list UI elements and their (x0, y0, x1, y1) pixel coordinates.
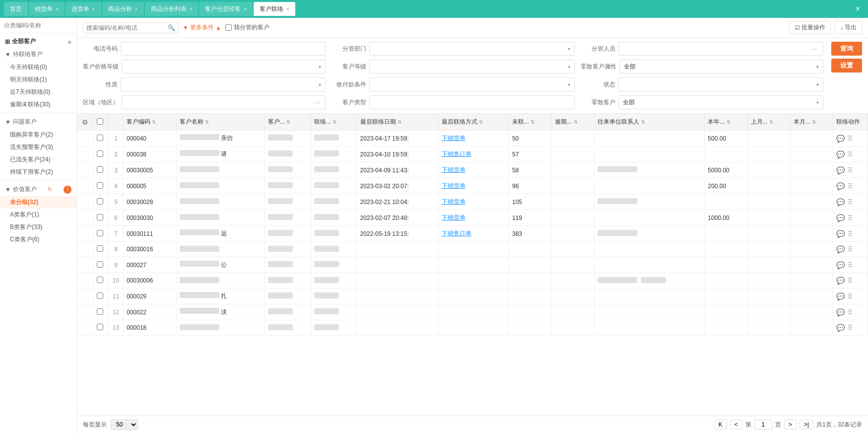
sidebar-group-value[interactable]: ▼ 价值客户 ↻ ! (0, 183, 76, 196)
first-page-btn[interactable]: K (714, 420, 727, 430)
close-customer-contact-tab[interactable]: × (286, 6, 289, 12)
row-checkbox[interactable] (97, 166, 103, 173)
filter-input-phone[interactable] (121, 42, 326, 56)
row-checkbox[interactable] (97, 182, 103, 189)
filter-input-retail-customer[interactable]: 全部 ▾ (618, 95, 823, 109)
row-checkbox[interactable] (97, 245, 103, 252)
contact-action-icon[interactable]: 💬 (836, 198, 845, 206)
filter-input-retail-attr[interactable]: 全部 ▾ (619, 60, 823, 73)
close-goods-analysis-list-tab[interactable]: × (190, 6, 193, 12)
close-goods-analysis-tab[interactable]: × (135, 6, 138, 12)
row-checkbox[interactable] (97, 261, 103, 268)
more-action-icon[interactable]: ⠿ (848, 261, 853, 269)
reset-button[interactable]: 设置 (831, 59, 862, 72)
more-action-icon[interactable]: ⠿ (848, 198, 853, 206)
export-btn[interactable]: ↓ 导出 (835, 21, 862, 34)
close-purchase-tab[interactable]: × (92, 6, 95, 12)
more-action-icon[interactable]: ⠿ (848, 230, 853, 238)
contact-action-icon[interactable]: 💬 (836, 135, 845, 143)
sidebar-item-churn-warning[interactable]: 流失预警客户(3) (0, 141, 76, 153)
more-action-icon[interactable]: ⠿ (848, 277, 853, 285)
contact-action-icon[interactable]: 💬 (836, 182, 845, 190)
more-action-icon[interactable]: ⠿ (848, 182, 853, 190)
filter-input-dept[interactable]: ▾ (369, 42, 574, 56)
last-page-btn[interactable]: >| (800, 420, 813, 430)
col-overdue-header[interactable]: 逾期... ⇅ (552, 114, 595, 131)
query-button[interactable]: 查询 (831, 42, 862, 56)
filter-input-payment[interactable]: ▾ (369, 77, 574, 91)
col-last-method-header[interactable]: 最后联络方式 ⇅ (438, 114, 509, 131)
more-action-icon[interactable]: ⠿ (848, 308, 853, 316)
more-action-icon[interactable]: ⠿ (848, 150, 853, 158)
row-checkbox[interactable] (97, 214, 103, 220)
window-close-button[interactable]: × (852, 2, 864, 15)
contact-action-icon[interactable]: 💬 (836, 308, 845, 316)
select-all-checkbox[interactable] (97, 118, 103, 125)
sidebar-item-declining[interactable]: 持续下滑客户(2) (0, 166, 76, 178)
filter-input-manager[interactable]: ··· (618, 42, 823, 56)
more-action-icon[interactable]: ⠿ (848, 245, 853, 253)
sidebar-search-input[interactable] (4, 22, 77, 29)
tab-customer-contact[interactable]: 客户联络 × (254, 2, 295, 16)
row-checkbox[interactable] (97, 135, 103, 141)
last-method-link[interactable]: 下销售订单 (442, 230, 471, 237)
sidebar-item-class-c[interactable]: C类客户(6) (0, 233, 76, 246)
more-action-icon[interactable]: ⠿ (848, 292, 853, 300)
all-customers-header[interactable]: ⊞ 全部客户 « (0, 33, 76, 48)
filter-input-nature[interactable]: ▾ (121, 77, 326, 91)
contact-action-icon[interactable]: 💬 (836, 324, 845, 332)
tab-home[interactable]: 首页 (4, 2, 28, 16)
tab-customer-segment[interactable]: 客户分层经客 × (199, 2, 253, 16)
filter-search-input[interactable] (86, 24, 166, 31)
sidebar-group-problem[interactable]: ▼ 问题客户 (0, 115, 76, 129)
page-size-select[interactable]: 50 100 200 (111, 419, 138, 430)
filter-input-price-level[interactable]: ▾ (122, 60, 326, 73)
last-method-link[interactable]: 下销货单 (442, 166, 466, 173)
row-checkbox[interactable] (97, 308, 103, 315)
row-checkbox[interactable] (97, 150, 103, 157)
filter-input-customer-level[interactable]: ▾ (369, 60, 574, 73)
sidebar-item-overdue-pending[interactable]: 逾期未联络(30) (0, 98, 76, 111)
filter-search-box[interactable]: 🔍 (83, 22, 179, 33)
col-type-header[interactable]: 客户... ⇅ (265, 114, 311, 131)
my-customers-check[interactable] (225, 24, 232, 31)
contact-action-icon[interactable]: 💬 (836, 261, 845, 269)
tab-goods-analysis[interactable]: 商品分析 × (102, 2, 144, 16)
sidebar-group-pending[interactable]: ▼ 待联络客户 (0, 48, 76, 61)
close-customer-segment-tab[interactable]: × (244, 6, 247, 12)
col-this-year-header[interactable]: 本年... ⇅ (705, 114, 747, 131)
contact-action-icon[interactable]: 💬 (836, 277, 845, 285)
row-checkbox[interactable] (97, 230, 103, 236)
col-unit-contact-header[interactable]: 往来单位联系人 ⇅ (595, 114, 705, 131)
row-checkbox[interactable] (97, 324, 103, 330)
sidebar-item-tomorrow-pending[interactable]: 明天待联络(1) (0, 73, 76, 86)
col-no-contact-header[interactable]: 未联... ⇅ (509, 114, 551, 131)
row-checkbox[interactable] (97, 198, 103, 205)
col-last-date-header[interactable]: 最后联络日期 ⇅ (357, 114, 438, 131)
sidebar-item-abnormal[interactable]: 囤购异常客户(2) (0, 129, 76, 141)
more-conditions-btn[interactable]: ▼ 更多条件 ▲ (183, 23, 221, 32)
tab-sales[interactable]: 销货单 × (29, 2, 65, 16)
contact-action-icon[interactable]: 💬 (836, 245, 845, 253)
sidebar-item-7days-pending[interactable]: 近7天待联络(0) (0, 86, 76, 98)
contact-action-icon[interactable]: 💬 (836, 230, 845, 238)
sidebar-item-today-pending[interactable]: 今天待联络(0) (0, 61, 76, 73)
next-page-btn[interactable]: > (784, 420, 797, 430)
sidebar-item-churned[interactable]: 已流失客户(24) (0, 153, 76, 166)
close-sales-tab[interactable]: × (56, 6, 59, 12)
contact-action-icon[interactable]: 💬 (836, 150, 845, 158)
last-method-link[interactable]: 下销货单 (442, 182, 466, 189)
tab-purchase[interactable]: 进货单 × (66, 2, 101, 16)
filter-input-customer-type[interactable] (369, 95, 574, 109)
col-code-header[interactable]: 客户编码 ⇅ (124, 114, 177, 131)
last-method-link[interactable]: 下销售订单 (442, 150, 471, 157)
last-method-link[interactable]: 下销货单 (442, 198, 466, 205)
last-method-link[interactable]: 下销货单 (442, 214, 466, 221)
filter-input-region[interactable]: ··· (122, 95, 326, 109)
tab-goods-analysis-list[interactable]: 商品分析列表 × (145, 2, 199, 16)
my-customers-checkbox[interactable]: 我分管的客户 (225, 23, 269, 32)
batch-operation-btn[interactable]: ☑ 批量操作 (789, 21, 831, 34)
prev-page-btn[interactable]: < (730, 420, 742, 430)
contact-action-icon[interactable]: 💬 (836, 292, 845, 300)
col-this-month-header[interactable]: 本月... ⇅ (790, 114, 833, 131)
